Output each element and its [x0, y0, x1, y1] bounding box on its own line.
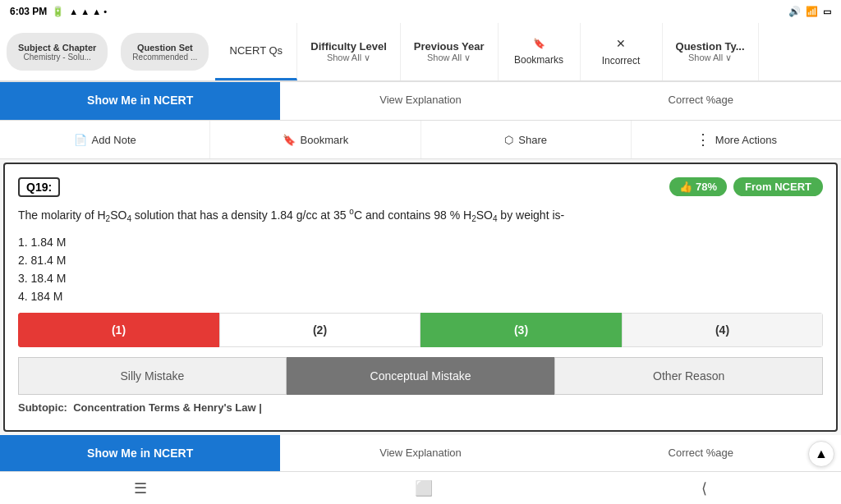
- show-me-ncert-btn-top[interactable]: Show Me in NCERT: [0, 82, 280, 120]
- subtopic-value: Concentration Terms & Henry's Law |: [73, 401, 262, 414]
- note-icon: 📄: [74, 134, 87, 146]
- subtopic: Subtopic: Concentration Terms & Henry's …: [18, 401, 823, 414]
- status-bar: 6:03 PM 🔋 ▲ ▲ ▲ • 🔊 📶 ▭: [0, 0, 841, 23]
- silly-mistake-btn[interactable]: Silly Mistake: [18, 357, 287, 395]
- question-badges: 👍 78% From NCERT: [669, 177, 823, 196]
- previous-year-filter[interactable]: Previous Year Show All ∨: [401, 23, 499, 80]
- answer-options-bar: (1) (2) (3) (4): [18, 313, 823, 347]
- option-3: 3. 18.4 M: [18, 272, 823, 285]
- sub-actions-top: 📄 Add Note 🔖 Bookmark ⬡ Share ⋮ More Act…: [0, 121, 841, 159]
- incorrect-label: Incorrect: [602, 55, 641, 66]
- question-type-filter[interactable]: Question Ty... Show All ∨: [663, 23, 759, 80]
- show-me-ncert-btn-bottom[interactable]: Show Me in NCERT: [0, 435, 280, 471]
- previous-year-sub: Show All ∨: [427, 53, 471, 63]
- question-set-filter[interactable]: Question Set Recommended ...: [121, 33, 209, 71]
- home-btn[interactable]: ⬜: [398, 474, 449, 502]
- correct-percentage-tab-bottom[interactable]: Correct %age: [561, 435, 841, 471]
- question-type-title: Question Ty...: [676, 40, 745, 53]
- x-icon: ✕: [616, 37, 626, 50]
- share-btn-top[interactable]: ⬡ Share: [421, 121, 632, 158]
- conceptual-mistake-btn[interactable]: Conceptual Mistake: [287, 357, 555, 395]
- share-icon-top: ⬡: [504, 134, 513, 146]
- battery-full-icon: ▭: [823, 7, 831, 17]
- status-left: 6:03 PM 🔋 ▲ ▲ ▲ •: [10, 6, 107, 17]
- incorrect-tab[interactable]: ✕ Incorrect: [581, 23, 663, 80]
- subtopic-label: Subtopic:: [18, 401, 67, 414]
- view-explanation-tab-bottom[interactable]: View Explanation: [280, 435, 560, 471]
- difficulty-sub: Show All ∨: [327, 53, 370, 63]
- scroll-up-btn[interactable]: ▲: [808, 441, 834, 467]
- percent-badge: 👍 78%: [669, 177, 727, 196]
- share-label-top: Share: [518, 134, 547, 146]
- percent-value: 78%: [696, 181, 717, 193]
- from-ncert-badge: From NCERT: [733, 177, 823, 196]
- more-actions-label-top: More Actions: [715, 134, 777, 146]
- bookmarks-tab[interactable]: 🔖 Bookmarks: [499, 23, 581, 80]
- bottom-nav: ☰ ⬜ ⟨: [0, 471, 841, 504]
- top-nav: Subject & Chapter Chemistry - Solu... Qu…: [0, 23, 841, 82]
- add-note-label-top: Add Note: [92, 134, 136, 146]
- question-header: Q19: 👍 78% From NCERT: [18, 177, 823, 197]
- mistake-row: Silly Mistake Conceptual Mistake Other R…: [18, 357, 823, 395]
- ncert-qs-label: NCERT Qs: [230, 44, 283, 57]
- action-tabs-top: Show Me in NCERT View Explanation Correc…: [0, 82, 841, 121]
- bookmark-btn-top[interactable]: 🔖 Bookmark: [210, 121, 420, 158]
- chevron-up-icon: ▲: [815, 447, 828, 461]
- answer-btn-4[interactable]: (4): [622, 313, 823, 347]
- answer-btn-1[interactable]: (1): [18, 313, 219, 347]
- other-reason-btn[interactable]: Other Reason: [554, 357, 823, 395]
- previous-year-title: Previous Year: [414, 40, 485, 53]
- subject-chapter-filter[interactable]: Subject & Chapter Chemistry - Solu...: [7, 33, 108, 71]
- back-btn[interactable]: ⟨: [685, 474, 724, 502]
- difficulty-title: Difficulty Level: [310, 40, 386, 53]
- bookmarks-label: Bookmarks: [514, 54, 563, 66]
- more-actions-btn-top[interactable]: ⋮ More Actions: [632, 121, 841, 158]
- thumb-icon: 👍: [679, 181, 692, 193]
- volume-icon: 🔊: [788, 6, 801, 17]
- question-text: The molarity of H2SO4 solution that has …: [18, 205, 823, 226]
- subject-chapter-sub: Chemistry - Solu...: [24, 53, 91, 62]
- option-1: 1. 1.84 M: [18, 236, 823, 249]
- subject-chapter-title: Subject & Chapter: [18, 43, 96, 53]
- bookmark-icon-top: 🔖: [283, 134, 296, 146]
- answer-btn-2[interactable]: (2): [219, 313, 420, 347]
- question-set-sub: Recommended ...: [132, 53, 197, 62]
- view-explanation-tab-top[interactable]: View Explanation: [280, 82, 560, 120]
- correct-percentage-tab-top[interactable]: Correct %age: [561, 82, 841, 120]
- menu-btn[interactable]: ☰: [117, 474, 163, 502]
- answer-btn-3[interactable]: (3): [420, 313, 622, 347]
- question-card: Q19: 👍 78% From NCERT The molarity of H2…: [3, 163, 838, 432]
- main-content: Show Me in NCERT View Explanation Correc…: [0, 82, 841, 471]
- wifi-icon: 📶: [806, 6, 818, 17]
- battery-icon: 🔋: [52, 6, 64, 17]
- action-tabs-bottom: Show Me in NCERT View Explanation Correc…: [0, 435, 841, 471]
- question-type-sub: Show All ∨: [688, 53, 732, 63]
- signal-icons: ▲ ▲ ▲ •: [69, 7, 107, 16]
- option-4: 4. 184 M: [18, 290, 823, 303]
- add-note-btn-top[interactable]: 📄 Add Note: [0, 121, 210, 158]
- bookmark-icon: 🔖: [533, 38, 545, 49]
- question-number: Q19:: [18, 177, 60, 197]
- question-set-title: Question Set: [137, 43, 193, 53]
- time: 6:03 PM: [10, 6, 47, 17]
- bookmark-label-top: Bookmark: [301, 134, 349, 146]
- ncert-qs-tab[interactable]: NCERT Qs: [215, 23, 297, 80]
- option-2: 2. 81.4 M: [18, 254, 823, 267]
- status-right: 🔊 📶 ▭: [788, 6, 831, 17]
- difficulty-filter[interactable]: Difficulty Level Show All ∨: [297, 23, 400, 80]
- dots-icon-top: ⋮: [696, 131, 710, 149]
